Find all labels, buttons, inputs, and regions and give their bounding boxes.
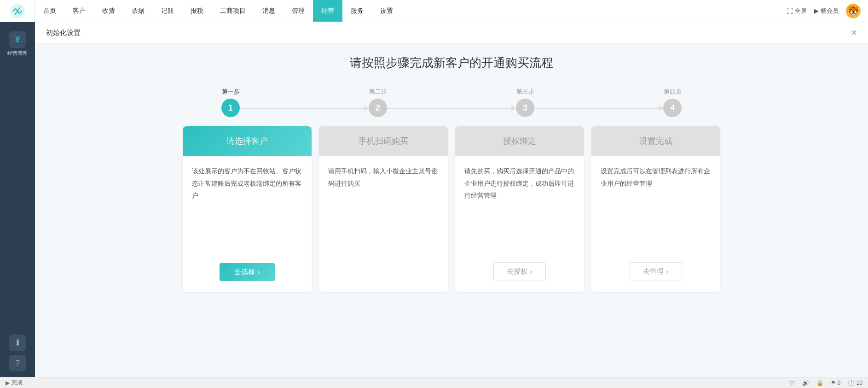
status-num1: ⚑ 0 bbox=[831, 380, 840, 386]
step-1-label: 第一步 bbox=[222, 88, 240, 96]
statusbar: ▶ 完成 🛡 🔊 🔒 ⚑ 0 🕐 10 bbox=[0, 377, 868, 388]
card-1-header: 请选择客户 bbox=[183, 126, 312, 156]
shield-icon-status: 🛡 bbox=[789, 380, 795, 386]
arrow-icon-1: › bbox=[258, 268, 260, 276]
card-1-footer: 去选择 › bbox=[183, 256, 312, 292]
card-4-footer: 去管理 › bbox=[591, 255, 720, 292]
card-2-footer bbox=[319, 274, 448, 292]
avatar[interactable]: 🐯 bbox=[846, 4, 861, 18]
nav-item-service[interactable]: 服务 bbox=[342, 0, 372, 22]
go-authorize-button[interactable]: 去授权 › bbox=[493, 262, 546, 281]
avatar-icon: 🐯 bbox=[848, 6, 859, 17]
step-2-label: 第二步 bbox=[369, 88, 387, 96]
step-4: 第四步 4 bbox=[663, 88, 682, 117]
sidebar-bottom: ⬇ ? bbox=[9, 335, 26, 377]
step-3-circle: 3 bbox=[516, 99, 534, 117]
main-content: 初始化设置 × 请按照步骤完成新客户的开通购买流程 第一步 1 第二步 2 bbox=[35, 22, 868, 377]
connector-3 bbox=[534, 106, 663, 111]
page-title: 初始化设置 bbox=[46, 29, 81, 37]
step-1: 第一步 1 bbox=[221, 88, 240, 117]
card-4-header: 设置完成 bbox=[591, 126, 720, 156]
logo-icon bbox=[9, 3, 26, 19]
lock-icon-status: 🔒 bbox=[816, 380, 823, 386]
step-3-label: 第三步 bbox=[516, 88, 534, 96]
member-button[interactable]: ▶ 畅会员 bbox=[814, 7, 839, 15]
nav-item-tax[interactable]: 报税 bbox=[182, 0, 212, 22]
sidebar-download-button[interactable]: ⬇ bbox=[9, 335, 26, 351]
nav-item-business[interactable]: 工商项目 bbox=[212, 0, 254, 22]
status-num2: 🕐 10 bbox=[848, 380, 862, 386]
play-icon: ▶ bbox=[814, 7, 819, 14]
help-icon: ? bbox=[15, 359, 20, 368]
nav-item-management[interactable]: 管理 bbox=[284, 0, 313, 22]
go-manage-button[interactable]: 去管理 › bbox=[630, 262, 682, 281]
step-2: 第二步 2 bbox=[369, 88, 387, 117]
card-2-header: 手机扫码购买 bbox=[319, 126, 448, 156]
speaker-icon-status: 🔊 bbox=[802, 380, 809, 386]
arrow-icon-4: › bbox=[666, 268, 669, 276]
yuan-icon: ¥ bbox=[9, 31, 26, 48]
card-2-body: 请用手机扫码，输入小微企业主账号密码进行购买 bbox=[319, 156, 448, 274]
fullscreen-icon: ⛶ bbox=[787, 7, 793, 15]
content-area: 请按照步骤完成新客户的开通购买流程 第一步 1 第二步 2 bbox=[35, 44, 868, 377]
cards-row: 请选择客户 该处展示的客户为不在回收站、客户状态正常建账后完成老板端绑定的所有客… bbox=[63, 126, 840, 292]
step-3: 第三步 3 bbox=[516, 88, 534, 117]
nav-item-messages[interactable]: 消息 bbox=[254, 0, 284, 22]
card-3-body: 请先购买，购买后选择开通的产品中的企业用户进行授权绑定，成功后即可进行经营管理 bbox=[455, 156, 584, 255]
status-label: 完成 bbox=[12, 379, 23, 387]
nav-item-customers[interactable]: 客户 bbox=[64, 0, 94, 22]
step-4-circle: 4 bbox=[663, 99, 682, 117]
card-3-header: 授权绑定 bbox=[455, 126, 584, 156]
fullscreen-button[interactable]: ⛶ 全屏 bbox=[787, 7, 807, 15]
nav-item-fees[interactable]: 收费 bbox=[94, 0, 123, 22]
statusbar-right: 🛡 🔊 🔒 ⚑ 0 🕐 10 bbox=[789, 380, 862, 386]
connector-1 bbox=[240, 106, 369, 111]
card-4-body: 设置完成后可以在管理列表进行所有企业用户的经营管理 bbox=[591, 156, 720, 255]
card-2: 手机扫码购买 请用手机扫码，输入小微企业主账号密码进行购买 bbox=[319, 126, 448, 292]
card-4: 设置完成 设置完成后可以在管理列表进行所有企业用户的经营管理 去管理 › bbox=[591, 126, 720, 292]
sidebar-item-operations[interactable]: ¥ 经营管理 bbox=[0, 26, 35, 62]
logo bbox=[0, 0, 35, 22]
steps-indicator: 第一步 1 第二步 2 第三步 3 bbox=[63, 88, 840, 117]
nav-item-settings[interactable]: 设置 bbox=[372, 0, 401, 22]
sidebar-help-button[interactable]: ? bbox=[9, 355, 26, 371]
step-1-circle: 1 bbox=[221, 99, 240, 117]
card-3-footer: 去授权 › bbox=[455, 255, 584, 292]
main-title: 请按照步骤完成新客户的开通购买流程 bbox=[63, 55, 840, 71]
go-select-button[interactable]: 去选择 › bbox=[220, 263, 275, 281]
play-icon-status: ▶ bbox=[6, 380, 10, 386]
connector-2 bbox=[387, 106, 516, 111]
arrow-icon-3: › bbox=[530, 268, 532, 276]
download-icon: ⬇ bbox=[14, 338, 21, 348]
close-button[interactable]: × bbox=[851, 28, 857, 38]
page-header: 初始化设置 × bbox=[35, 22, 868, 44]
step-4-label: 第四步 bbox=[664, 88, 682, 96]
nav-item-home[interactable]: 首页 bbox=[35, 0, 64, 22]
nav-item-operations[interactable]: 经营 bbox=[313, 0, 342, 22]
nav-bar: 首页 客户 收费 票据 记账 报税 工商项目 消息 管理 经营 服务 设置 bbox=[35, 0, 401, 22]
card-1: 请选择客户 该处展示的客户为不在回收站、客户状态正常建账后完成老板端绑定的所有客… bbox=[183, 126, 312, 292]
card-3: 授权绑定 请先购买，购买后选择开通的产品中的企业用户进行授权绑定，成功后即可进行… bbox=[455, 126, 584, 292]
nav-item-accounting[interactable]: 记账 bbox=[153, 0, 182, 22]
nav-item-invoices[interactable]: 票据 bbox=[123, 0, 153, 22]
step-2-circle: 2 bbox=[369, 99, 387, 117]
card-1-body: 该处展示的客户为不在回收站、客户状态正常建账后完成老板端绑定的所有客户 bbox=[183, 156, 312, 256]
sidebar: ¥ 经营管理 ⬇ ? bbox=[0, 22, 35, 377]
